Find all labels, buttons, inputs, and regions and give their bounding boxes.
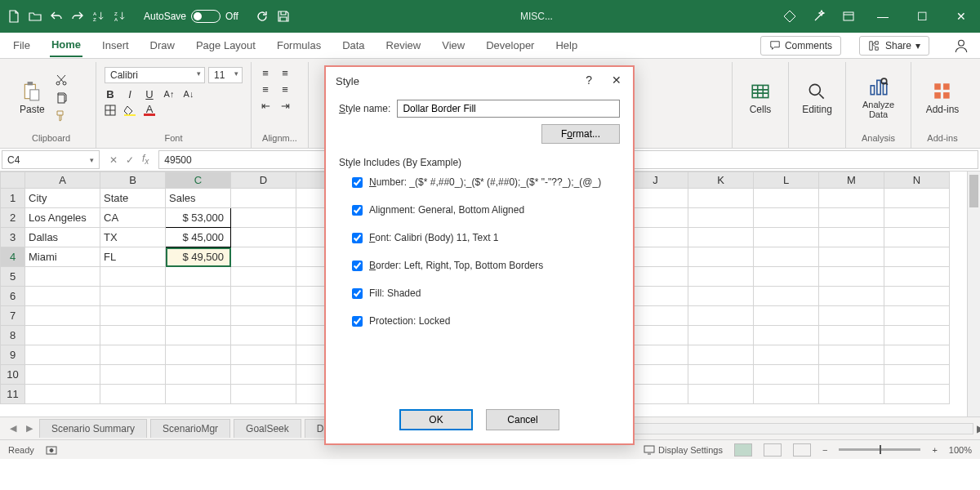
font-checkbox[interactable]: Font: Calibri (Body) 11, Text 1 [352,232,620,243]
format-painter-icon[interactable] [55,109,68,122]
display-settings-button[interactable]: Display Settings [644,445,723,455]
analyze-data-button[interactable]: Analyze Data [854,74,902,122]
col-header[interactable]: K [688,172,754,189]
tab-view[interactable]: View [440,34,466,56]
undo-icon[interactable] [49,9,64,24]
tab-review[interactable]: Review [385,34,423,56]
fill-checkbox[interactable]: Fill: Shaded [352,287,620,299]
font-color-icon[interactable]: A [144,105,155,116]
border-checkbox[interactable]: Border: Left, Right, Top, Bottom Borders [352,260,620,271]
editing-button[interactable]: Editing [797,78,837,118]
autosave-toggle[interactable]: AutoSave Off [144,10,238,23]
zoom-in-button[interactable]: + [932,445,937,455]
cut-icon[interactable] [55,74,68,87]
font-name-dropdown[interactable]: Calibri [105,67,205,83]
maximize-button[interactable]: ☐ [910,10,934,23]
zoom-level[interactable]: 100% [949,445,972,455]
align-top-icon[interactable]: ≡ [260,67,271,78]
indent-inc-icon[interactable]: ⇥ [279,100,291,111]
page-layout-view-button[interactable] [764,443,782,457]
sheet-nav-next-icon[interactable]: ▶ [23,423,36,434]
tab-draw[interactable]: Draw [149,34,176,56]
page-break-view-button[interactable] [793,443,811,457]
addins-button[interactable]: Add-ins [921,78,964,118]
dialog-close-button[interactable]: ✕ [612,74,621,87]
open-icon[interactable] [28,9,42,24]
col-header[interactable]: C [166,172,231,189]
title-bar: AZ ZA AutoSave Off MISC... — ☐ ✕ [0,0,980,33]
sheet-tab[interactable]: Scenario Summary [39,419,147,438]
align-left-icon[interactable]: ≡ [260,83,271,95]
refresh-icon[interactable] [255,9,270,24]
indent-dec-icon[interactable]: ⇤ [260,100,271,111]
ok-button[interactable]: OK [399,409,473,430]
font-size-dropdown[interactable]: 11 [208,67,243,83]
tab-data[interactable]: Data [341,34,366,56]
vertical-scrollbar[interactable] [967,172,980,416]
name-box[interactable]: C4▾ [2,150,100,169]
zoom-slider[interactable] [839,448,920,451]
zoom-out-button[interactable]: − [822,445,827,455]
cells-button[interactable]: Cells [745,78,777,118]
col-header[interactable]: B [100,172,166,189]
normal-view-button[interactable] [734,443,752,457]
titlebar-right: — ☐ ✕ [782,9,973,24]
svg-rect-8 [30,89,39,100]
select-all-cell[interactable] [1,172,25,189]
sheet-tab[interactable]: ScenarioMgr [150,419,230,438]
align-mid-icon[interactable]: ≡ [279,67,291,78]
col-header[interactable]: N [884,172,950,189]
analysis-group: Analyze Data Analysis [846,62,911,148]
style-name-input[interactable] [397,100,620,118]
alignment-checkbox[interactable]: Alignment: General, Bottom Aligned [352,204,620,216]
window-icon[interactable] [841,9,856,24]
fx-icon[interactable]: fx [142,153,149,166]
protection-checkbox[interactable]: Protection: Locked [352,315,620,327]
col-header[interactable]: M [819,172,884,189]
wand-icon[interactable] [812,9,826,24]
align-center-icon[interactable]: ≡ [279,83,291,95]
diamond-icon[interactable] [782,9,797,24]
redo-icon[interactable] [70,9,85,24]
paste-button[interactable]: Paste [15,78,50,118]
tab-formulas[interactable]: Formulas [275,34,323,56]
cancel-button[interactable]: Cancel [486,409,559,430]
close-window-button[interactable]: ✕ [949,10,973,23]
shrink-font-icon[interactable]: A↓ [183,88,194,100]
sheet-nav-prev-icon[interactable]: ◀ [7,423,20,434]
underline-icon[interactable]: U [144,88,155,100]
border-icon[interactable] [105,105,116,116]
minimize-button[interactable]: — [871,10,895,23]
share-button[interactable]: Share ▾ [859,36,929,56]
tab-home[interactable]: Home [50,33,82,57]
copy-icon[interactable] [55,91,68,105]
new-file-icon[interactable] [7,9,21,24]
active-cell[interactable]: $ 49,500 [166,247,231,267]
font-group: Calibri 11 B I U A↑ A↓ A Font [96,62,252,148]
tab-developer[interactable]: Developer [484,34,536,56]
account-icon[interactable] [954,38,969,53]
svg-rect-21 [943,83,950,90]
tab-page-layout[interactable]: Page Layout [194,34,257,56]
save-icon[interactable] [276,9,291,24]
sheet-tab[interactable]: GoalSeek [234,419,301,438]
tab-insert[interactable]: Insert [100,34,131,56]
tab-help[interactable]: Help [554,34,579,56]
dialog-help-button[interactable]: ? [586,74,592,87]
col-header[interactable]: L [754,172,819,189]
bold-icon[interactable]: B [105,88,116,100]
enter-formula-icon[interactable]: ✓ [126,154,134,166]
sort-asc-icon[interactable]: AZ [91,9,106,24]
comments-button[interactable]: Comments [760,36,841,56]
fill-color-icon[interactable] [124,105,136,116]
format-button[interactable]: Format... [541,124,620,144]
grow-font-icon[interactable]: A↑ [163,88,175,100]
col-header[interactable]: D [231,172,296,189]
sort-desc-icon[interactable]: ZA [113,9,127,24]
col-header[interactable]: A [25,172,100,189]
macro-record-icon[interactable] [46,444,57,456]
tab-file[interactable]: File [11,34,32,56]
cancel-formula-icon[interactable]: ✕ [109,154,118,166]
number-checkbox[interactable]: Number: _($* #,##0_);_($* (#,##0);_($* "… [352,176,620,188]
italic-icon[interactable]: I [124,88,136,100]
